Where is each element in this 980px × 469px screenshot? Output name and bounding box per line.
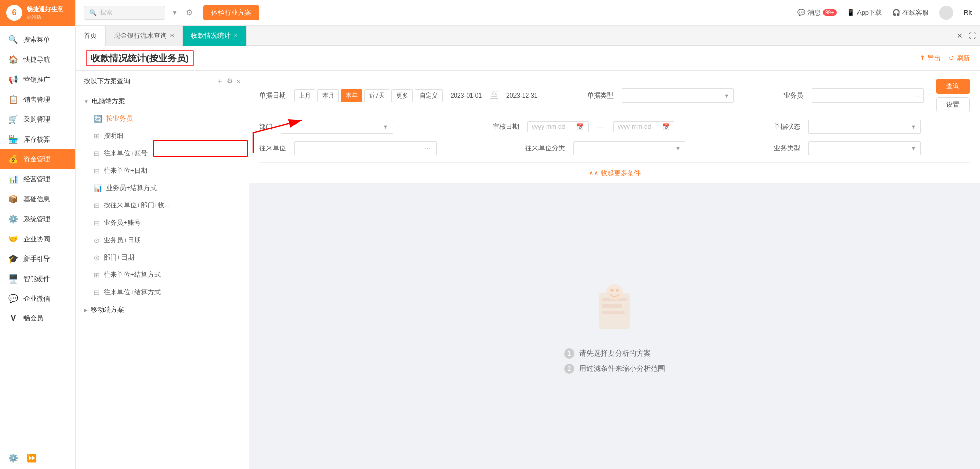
avatar[interactable]	[939, 6, 953, 20]
svg-point-4	[606, 284, 623, 300]
custom-btn[interactable]: 自定义	[415, 89, 443, 102]
sidebar-footer: ⚙️ ⏩	[0, 447, 75, 469]
audit-from-input[interactable]: yyyy-mm-dd 📅	[527, 121, 589, 132]
sidebar-item-label: 搜索菜单	[23, 35, 50, 44]
sidebar-item-quicknav[interactable]: 🏠 快捷导航	[0, 50, 75, 69]
sidebar-item-enterprise[interactable]: 🤝 企业协同	[0, 229, 75, 249]
export-button[interactable]: ⬆ 导出	[920, 54, 941, 63]
scheme-item-partner-date[interactable]: ⊟ 往来单位+日期	[76, 162, 249, 179]
tab-bar: 首页 现金银行流水查询 ✕ 收款情况统计 ✕ ✕ ⛶	[76, 26, 980, 46]
dept-date-icon: ⊙	[94, 254, 100, 262]
scheme-item-by-detail[interactable]: ⊞ 按明细	[76, 127, 249, 145]
sidebar-item-guide[interactable]: 🎓 新手引导	[0, 249, 75, 269]
sidebar-item-basic[interactable]: 📦 基础信息	[0, 189, 75, 209]
sidebar-item-label: 新手引导	[23, 254, 50, 264]
sidebar-item-marketing[interactable]: 📢 营销推广	[0, 69, 75, 89]
filter-row-2: 部门 ▼ 审核日期 yyyy-mm-dd 📅 — yyyy-mm-dd 📅	[259, 120, 970, 134]
close-icon[interactable]: ✕	[170, 33, 174, 38]
message-icon: 💬	[797, 9, 805, 16]
this-month-btn[interactable]: 本月	[317, 89, 339, 102]
sidebar-item-label: 畅会员	[23, 314, 43, 323]
partner-label: 往来单位	[259, 144, 286, 153]
operation-icon: 📊	[8, 174, 18, 184]
biz-type-label: 业务类型	[774, 144, 800, 153]
biz-type-select[interactable]: ▼	[808, 141, 921, 155]
sidebar-item-label: 资金管理	[23, 155, 50, 164]
sidebar-item-inventory[interactable]: 🏪 库存核算	[0, 129, 75, 149]
message-button[interactable]: 💬 消息 99+	[797, 8, 837, 17]
sidebar-item-wechat[interactable]: 💬 企业微信	[0, 289, 75, 309]
scheme-item-salesman-settle[interactable]: 📊 业务员+结算方式	[76, 179, 249, 197]
header-search[interactable]: 🔍 搜索	[84, 6, 165, 20]
sidebar-item-system[interactable]: ⚙️ 系统管理	[0, 209, 75, 229]
mobile-section[interactable]: ▶ 移动端方案	[76, 301, 249, 318]
maximize-tab-button[interactable]: ⛶	[969, 32, 976, 40]
app-download-button[interactable]: 📱 App下载	[847, 8, 882, 17]
last7-btn[interactable]: 近7天	[364, 89, 389, 102]
scheme-item-salesman-date[interactable]: ⊙ 业务员+日期	[76, 231, 249, 249]
salesman-select[interactable]: ···	[812, 88, 924, 103]
scheme-item-partner-dept[interactable]: ⊟ 按往来单位+部门+收...	[76, 197, 249, 214]
scheme-item-partner-settle1[interactable]: ⊞ 往来单位+结算方式	[76, 266, 249, 284]
header-dropdown[interactable]: ▼	[172, 9, 178, 16]
scheme-item-label: 往来单位+结算方式	[104, 288, 161, 297]
tab-home[interactable]: 首页	[76, 26, 106, 46]
collapse-scheme-icon[interactable]: «	[236, 77, 240, 86]
salesman-settle-icon: 📊	[94, 184, 102, 192]
last-month-btn[interactable]: 上月	[294, 89, 315, 102]
svg-rect-2	[602, 304, 622, 308]
settings-scheme-icon[interactable]: ⚙	[227, 77, 233, 86]
close-icon[interactable]: ✕	[234, 33, 238, 38]
refresh-button[interactable]: ↺ 刷新	[949, 54, 970, 63]
partner-select[interactable]: ···	[294, 141, 437, 155]
action-buttons: 查询 设置	[936, 79, 970, 112]
type-select[interactable]: ▼	[622, 88, 734, 103]
sidebar-item-finance[interactable]: 💰 资金管理	[0, 149, 75, 169]
audit-to-input[interactable]: yyyy-mm-dd 📅	[613, 121, 674, 132]
salesman-icon: 🔄	[94, 115, 102, 123]
filter-collapse-row: ∧∧ 收起更多条件	[259, 162, 970, 183]
dept-select[interactable]: ▼	[281, 120, 393, 134]
scheme-item-salesman-account[interactable]: ⊟ 业务员+账号	[76, 214, 249, 231]
logo-text: 畅捷通好生意 标准版	[27, 5, 63, 21]
scheme-item-label: 按往来单位+部门+收...	[104, 201, 170, 210]
desktop-section[interactable]: ▼ 电脑端方案	[76, 92, 249, 110]
user-name: Rit	[964, 9, 972, 16]
query-button[interactable]: 查询	[936, 79, 970, 94]
settings-button[interactable]: 设置	[936, 97, 970, 112]
scheme-item-partner-settle2[interactable]: ⊟ 往来单位+结算方式	[76, 284, 249, 301]
collapse-button[interactable]: ∧∧ 收起更多条件	[589, 169, 641, 178]
sidebar-item-hardware[interactable]: 🖥️ 智能硬件	[0, 269, 75, 289]
more-btn[interactable]: 更多	[391, 89, 413, 102]
partner-category-select[interactable]: ▼	[573, 141, 685, 155]
scheme-item-by-salesman[interactable]: 🔄 按业务员	[76, 110, 249, 127]
hardware-icon: 🖥️	[8, 274, 18, 284]
trial-button[interactable]: 体验行业方案	[203, 5, 259, 20]
sidebar-item-member[interactable]: V 畅会员	[0, 309, 75, 328]
sidebar-item-operation[interactable]: 📊 经营管理	[0, 169, 75, 189]
finance-icon: 💰	[8, 154, 18, 164]
sidebar-item-label: 销售管理	[23, 95, 50, 104]
empty-steps: 1 请先选择要分析的方案 2 用过滤条件来缩小分析范围	[564, 348, 665, 379]
tab-collection[interactable]: 收款情况统计 ✕	[183, 26, 247, 46]
collapse-icon[interactable]: ⏩	[27, 453, 37, 463]
scheme-item-partner-account[interactable]: ⊟ 往来单位+账号	[76, 145, 249, 162]
main-content: 收款情况统计(按业务员) ⬆ 导出 ↺ 刷新 按以下方案查询 ＋ ⚙ «	[76, 46, 980, 469]
scheme-item-label: 部门+日期	[104, 253, 134, 262]
dept-label: 部门	[259, 122, 273, 131]
settings-icon[interactable]: ⚙️	[8, 453, 18, 463]
this-year-btn[interactable]: 本年	[341, 89, 362, 102]
sidebar-item-search[interactable]: 🔍 搜索菜单	[0, 30, 75, 50]
scheme-item-dept-date[interactable]: ⊙ 部门+日期	[76, 249, 249, 266]
gear-icon[interactable]: ⚙	[186, 8, 193, 17]
status-select[interactable]: ▼	[808, 120, 921, 134]
status-label: 单据状态	[774, 122, 800, 131]
online-service-button[interactable]: 🎧 在线客服	[892, 8, 929, 17]
partner-settle2-icon: ⊟	[94, 289, 100, 296]
add-scheme-icon[interactable]: ＋	[216, 77, 224, 86]
close-tab-button[interactable]: ✕	[957, 32, 963, 40]
sidebar-item-sales[interactable]: 📋 销售管理	[0, 89, 75, 109]
sidebar-item-purchase[interactable]: 🛒 采购管理	[0, 109, 75, 129]
system-icon: ⚙️	[8, 214, 18, 224]
tab-bank[interactable]: 现金银行流水查询 ✕	[106, 26, 183, 46]
